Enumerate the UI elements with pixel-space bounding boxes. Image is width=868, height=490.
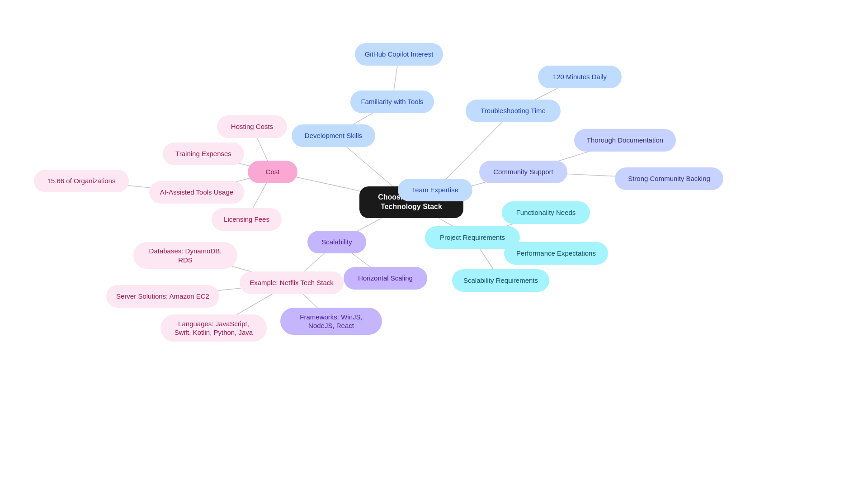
- mindmap-container: Choosing the Right Technology Stack Cost…: [0, 0, 868, 490]
- frameworks-node[interactable]: Frameworks: WinJS, NodeJS, React: [280, 308, 382, 335]
- func-needs-node[interactable]: Functionality Needs: [502, 201, 590, 224]
- community-support-node[interactable]: Community Support: [479, 161, 567, 183]
- troubleshoot-node[interactable]: Troubleshooting Time: [466, 100, 561, 122]
- gh-copilot-node[interactable]: GitHub Copilot Interest: [355, 43, 443, 66]
- team-expertise-node[interactable]: Team Expertise: [398, 179, 472, 201]
- hosting-costs-node[interactable]: Hosting Costs: [217, 115, 287, 138]
- dev-skills-node[interactable]: Development Skills: [292, 124, 375, 147]
- example-netflix-node[interactable]: Example: Netflix Tech Stack: [240, 271, 344, 294]
- training-expenses-node[interactable]: Training Expenses: [163, 143, 244, 165]
- horiz-scaling-node[interactable]: Horizontal Scaling: [344, 267, 427, 290]
- mins120-node[interactable]: 120 Minutes Daily: [538, 66, 622, 88]
- databases-node[interactable]: Databases: DynamoDB, RDS: [133, 242, 237, 269]
- server-solutions-node[interactable]: Server Solutions: Amazon EC2: [106, 285, 219, 308]
- orgs-node[interactable]: 15.66 of Organizations: [34, 170, 129, 192]
- project-req-node[interactable]: Project Requirements: [425, 226, 520, 249]
- perf-expect-node[interactable]: Performance Expectations: [504, 242, 608, 265]
- fam-tools-node[interactable]: Familiarity with Tools: [350, 90, 434, 113]
- thorough-doc-node[interactable]: Thorough Documentation: [574, 129, 676, 152]
- scalability-node[interactable]: Scalability: [307, 231, 366, 253]
- scalability-req-node[interactable]: Scalability Requirements: [452, 269, 549, 292]
- ai-tools-node[interactable]: AI-Assisted Tools Usage: [149, 181, 244, 204]
- strong-community-node[interactable]: Strong Community Backing: [615, 167, 723, 190]
- languages-node[interactable]: Languages: JavaScript, Swift, Kotlin, Py…: [160, 314, 267, 342]
- licensing-fees-node[interactable]: Licensing Fees: [212, 208, 282, 231]
- cost-node[interactable]: Cost: [248, 161, 297, 183]
